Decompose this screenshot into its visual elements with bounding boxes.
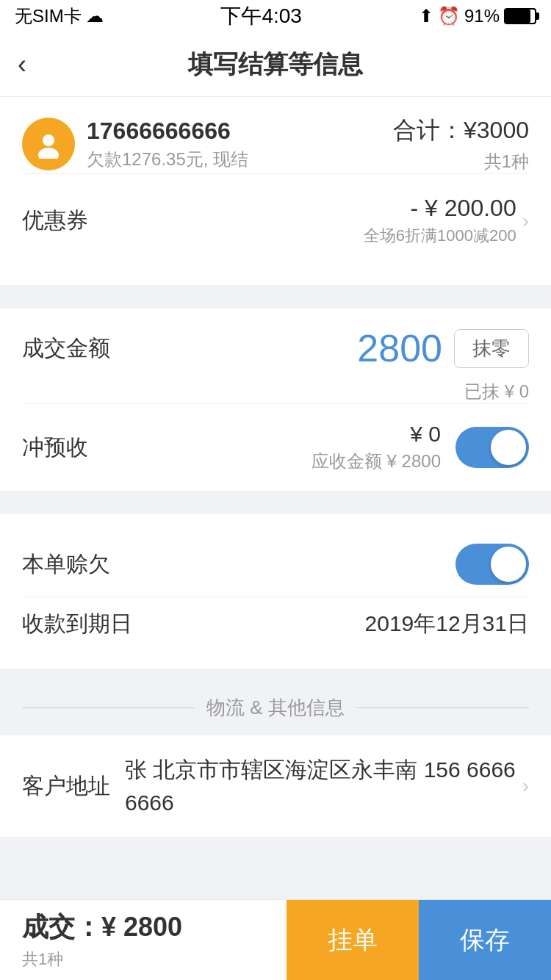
bottom-count: 共1种 bbox=[22, 948, 264, 970]
address-value: 张 北京市市辖区海淀区永丰南 156 6666 6666 bbox=[125, 753, 516, 819]
user-sub: 欠款1276.35元, 现结 bbox=[87, 148, 248, 171]
status-time: 下午4:03 bbox=[220, 2, 302, 30]
due-date-label: 收款到期日 bbox=[22, 609, 132, 639]
debt-label: 本单赊欠 bbox=[22, 550, 110, 580]
section-divider-1 bbox=[0, 297, 551, 309]
svg-point-1 bbox=[38, 148, 59, 159]
bottom-trans-amount: ¥ 2800 bbox=[101, 912, 182, 942]
debt-toggle[interactable] bbox=[455, 544, 529, 585]
total-count: 共1种 bbox=[393, 150, 529, 173]
signal-text: 无SIM卡 ☁ bbox=[15, 4, 104, 28]
battery-icon bbox=[504, 8, 536, 24]
hold-button[interactable]: 挂单 bbox=[287, 900, 419, 981]
coupon-label: 优惠券 bbox=[22, 206, 88, 236]
precollect-toggle[interactable] bbox=[455, 427, 529, 468]
debt-row: 本单赊欠 bbox=[22, 532, 529, 597]
save-button[interactable]: 保存 bbox=[419, 900, 551, 981]
coupon-row[interactable]: 优惠券 - ¥ 200.00 全场6折满1000减200 › bbox=[22, 173, 529, 267]
transaction-row: 成交金额 2800 抹零 bbox=[22, 326, 529, 370]
chevron-right-icon: › bbox=[522, 209, 529, 233]
debt-section: 本单赊欠 收款到期日 2019年12月31日 bbox=[0, 514, 551, 669]
user-card: 17666666666 欠款1276.35元, 现结 合计：¥3000 共1种 … bbox=[0, 97, 551, 285]
bottom-summary: 成交：¥ 2800 共1种 bbox=[0, 909, 287, 970]
address-section[interactable]: 客户地址 张 北京市市辖区海淀区永丰南 156 6666 6666 › bbox=[0, 735, 551, 837]
due-date-value: 2019年12月31日 bbox=[365, 609, 529, 639]
round-button[interactable]: 抹零 bbox=[454, 329, 529, 368]
battery-text: 91% bbox=[464, 6, 500, 26]
bottom-bar: 成交：¥ 2800 共1种 挂单 保存 bbox=[0, 899, 551, 980]
coupon-amount: - ¥ 200.00 bbox=[364, 195, 516, 222]
avatar bbox=[22, 118, 75, 170]
transaction-sub: 已抹 ¥ 0 bbox=[464, 381, 529, 401]
logistics-title: 物流 & 其他信息 bbox=[206, 695, 345, 721]
precollect-amount: ¥ 0 bbox=[311, 422, 441, 447]
user-info-row: 17666666666 欠款1276.35元, 现结 合计：¥3000 共1种 bbox=[22, 115, 529, 173]
address-row[interactable]: 客户地址 张 北京市市辖区海淀区永丰南 156 6666 6666 › bbox=[22, 753, 529, 819]
precollect-row: 冲预收 ¥ 0 应收金额 ¥ 2800 bbox=[22, 403, 529, 473]
nav-bar: ‹ 填写结算等信息 bbox=[0, 32, 551, 97]
alarm-icon: ⏰ bbox=[438, 6, 460, 26]
transaction-amount: 2800 bbox=[357, 326, 442, 370]
status-bar: 无SIM卡 ☁ 下午4:03 ⬆ ⏰ 91% bbox=[0, 0, 551, 32]
location-icon: ⬆ bbox=[419, 6, 433, 26]
logistics-header: 物流 & 其他信息 bbox=[0, 680, 551, 735]
status-right: ⬆ ⏰ 91% bbox=[419, 6, 536, 26]
due-date-row: 收款到期日 2019年12月31日 bbox=[22, 597, 529, 651]
precollect-sub: 应收金额 ¥ 2800 bbox=[311, 450, 441, 473]
page-title: 填写结算等信息 bbox=[188, 48, 363, 82]
section-divider-2 bbox=[0, 502, 551, 514]
bottom-trans-label: 成交：¥ 2800 bbox=[22, 909, 264, 945]
transaction-label: 成交金额 bbox=[22, 334, 110, 364]
transaction-section: 成交金额 2800 抹零 已抹 ¥ 0 冲预收 ¥ 0 应收金额 ¥ 2800 bbox=[0, 309, 551, 491]
coupon-sub: 全场6折满1000减200 bbox=[364, 225, 516, 247]
total-amount: 合计：¥3000 bbox=[393, 115, 529, 147]
svg-point-0 bbox=[43, 134, 54, 146]
back-button[interactable]: ‹ bbox=[18, 49, 26, 80]
user-phone: 17666666666 bbox=[87, 118, 248, 145]
address-label: 客户地址 bbox=[22, 771, 110, 801]
address-chevron-icon: › bbox=[522, 774, 529, 798]
precollect-label: 冲预收 bbox=[22, 433, 88, 463]
status-left: 无SIM卡 ☁ bbox=[15, 4, 104, 28]
